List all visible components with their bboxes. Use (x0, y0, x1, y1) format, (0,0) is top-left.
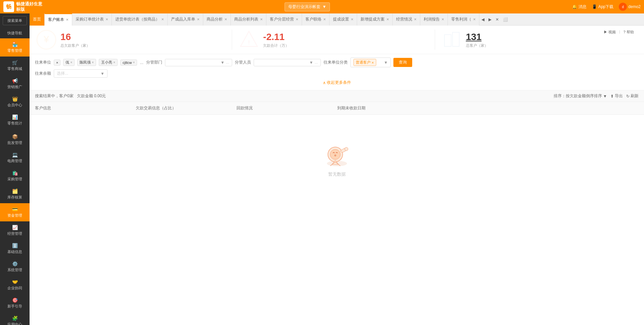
unit-label: 往来单位 (35, 60, 51, 65)
col-header-date: 到期未收款日期 (337, 105, 639, 111)
sidebar-item-operations[interactable]: 📈 经营管理 (0, 221, 30, 240)
sort-dropdown[interactable]: 排序：按欠款金额倒序排序 ▼ (554, 93, 607, 99)
col-header-customer: 客户信息 (35, 105, 136, 111)
tab-customer-tier[interactable]: 客户分层经营 ✕ (266, 13, 302, 26)
stat-debt-total-info: -2.11 欠款合计（万） (263, 32, 289, 48)
close-tab-10[interactable]: ✕ (386, 17, 389, 21)
top-bar-right: 🔔 消息 📱 App下载 d demo2 (572, 3, 641, 11)
dept-dropdown[interactable]: ▼ … (165, 59, 232, 66)
tab-product-analysis[interactable]: 商品分析 ✕ (203, 13, 231, 26)
close-tab-9[interactable]: ✕ (351, 17, 353, 21)
sidebar-item-basic-info[interactable]: ℹ️ 基础信息 (0, 240, 30, 258)
export-icon: ⬆ (610, 94, 614, 99)
remove-tag-wa[interactable]: × (70, 61, 72, 64)
stat-total-customers: ▶ 视频 | ? 帮助 (435, 30, 637, 50)
remove-tag-chen[interactable]: × (92, 61, 94, 64)
sidebar-item-app-center[interactable]: 🧩 应用中心 (0, 312, 30, 325)
sidebar-item-system[interactable]: ⚙️ 系统管理 (0, 258, 30, 276)
stat-debt-customers: ¥ 16 总欠款客户（家） (36, 30, 232, 50)
tab-product-analysis-list[interactable]: 商品分析列表 ✕ (231, 13, 266, 26)
close-tab-8[interactable]: ✕ (323, 17, 326, 21)
remove-tag-cjttcw[interactable]: × (133, 61, 135, 64)
sidebar-item-purchase[interactable]: 🛍️ 采购管理 (0, 167, 30, 185)
tab-retail-profit[interactable]: 零售利润（ ✕ (448, 13, 479, 26)
chevron-down-icon-2: ▼ (309, 60, 313, 65)
sidebar-item-retail-stats[interactable]: 📊 零售统计 (0, 111, 30, 129)
query-button[interactable]: 查询 (393, 58, 412, 67)
close-tab-11[interactable]: ✕ (414, 17, 417, 21)
sidebar-item-retail-mall[interactable]: 🛒 零售商城 (0, 57, 30, 75)
tab-maximize[interactable]: ⬜ (501, 17, 510, 22)
remove-unit-class-tag[interactable]: × (372, 61, 374, 65)
sidebar-item-inventory[interactable]: 🗂️ 库存核算 (0, 185, 30, 203)
tab-add-commission[interactable]: 新增提成方案 ✕ (357, 13, 393, 26)
stat-total-customers-info: 131 总客户（家） (466, 32, 488, 48)
balance-dropdown[interactable]: 选择... ▼ (54, 69, 108, 78)
tab-business-situation[interactable]: 经营情况 ✕ (393, 13, 420, 26)
marketing-icon: 📢 (12, 78, 18, 83)
filter-area: 往来单位 × 佤 × 陈民强 × 王小亮 (30, 54, 644, 91)
stat-debt-total-number: -2.11 (263, 32, 289, 42)
tab-finished-goods[interactable]: 产成品入库单 ✕ (168, 13, 203, 26)
sidebar-item-marketing[interactable]: 📢 营销推广 (0, 75, 30, 93)
page-content: ¥ 16 总欠款客户（家） ! (30, 26, 644, 325)
sidebar-search-area: 搜索菜单 (0, 13, 30, 28)
remove-tag-wang[interactable]: × (113, 61, 115, 64)
search-menu-button[interactable]: 搜索菜单 (3, 16, 27, 25)
table-header: 客户信息 欠款交易信息（占比） 回款情况 到期未收款日期 (30, 102, 644, 115)
more-tags-button[interactable]: … (140, 61, 143, 65)
tab-home[interactable]: 首页 (30, 13, 45, 26)
app-center-icon: 🧩 (12, 316, 18, 321)
export-button[interactable]: ⬆ 导出 (610, 93, 623, 99)
close-tab-6[interactable]: ✕ (260, 17, 263, 21)
filter-tag-wang: 王小亮 × (99, 59, 118, 66)
close-tab-3[interactable]: ✕ (161, 17, 164, 21)
sidebar-item-member-center[interactable]: 👑 会员中心 (0, 93, 30, 111)
tab-purchase-stats-by-product[interactable]: 进货单统计表（按商品） ✕ (112, 13, 168, 26)
tab-scroll-right[interactable]: ▶ (486, 17, 493, 22)
close-tab-12[interactable]: ✕ (441, 17, 444, 21)
sidebar-item-ecommerce[interactable]: 💻 电商管理 (0, 149, 30, 167)
video-button[interactable]: ▶ 视频 (604, 30, 616, 35)
collapse-button[interactable]: ∧ 收起更多条件 (323, 80, 351, 85)
tab-profit-report[interactable]: 利润报告 ✕ (420, 13, 448, 26)
person-dropdown[interactable]: ▼ … (254, 59, 321, 66)
close-tab-4[interactable]: ✕ (197, 17, 200, 21)
message-button[interactable]: 🔔 消息 (572, 4, 587, 10)
tab-customer-contact[interactable]: 客户联络 ✕ (302, 13, 330, 26)
tab-purchase-order-stats[interactable]: 采购订单统计表 ✕ (72, 13, 112, 26)
svg-rect-4 (444, 35, 451, 46)
sidebar-item-collab[interactable]: 🤝 企业协同 (0, 276, 30, 294)
filter-row-1: 往来单位 × 佤 × 陈民强 × 王小亮 (35, 58, 639, 67)
user-button[interactable]: d demo2 (619, 3, 641, 11)
tab-scroll-left[interactable]: ◀ (479, 17, 486, 22)
unit-class-tag: 普通客户 × (353, 59, 376, 66)
sidebar-item-finance[interactable]: 💳 资金管理 (0, 203, 30, 221)
sidebar-item-newbie[interactable]: 🎯 新手引导 (0, 294, 30, 312)
refresh-button[interactable]: ↻ 刷新 (626, 93, 639, 99)
sidebar-item-wholesale[interactable]: 📦 批发管理 (0, 131, 30, 149)
chevron-down-icon: ▼ (323, 4, 327, 9)
quick-nav-button[interactable]: 快捷导航 (0, 28, 30, 38)
close-tab-2[interactable]: ✕ (105, 17, 108, 21)
close-tab-7[interactable]: ✕ (296, 17, 298, 21)
stats-icon: 📊 (12, 114, 18, 120)
logo-icon: 畅 (3, 1, 14, 12)
close-tab-1[interactable]: ✕ (66, 18, 69, 22)
close-tab-13[interactable]: ✕ (473, 17, 476, 21)
chevron-down-icon: ▼ (220, 60, 224, 65)
tab-close-all[interactable]: ✕ (493, 17, 501, 22)
balance-label: 往来余额 (35, 71, 51, 76)
tab-commission-settings[interactable]: 提成设置 ✕ (330, 13, 357, 26)
help-button[interactable]: ? 帮助 (624, 30, 634, 35)
sidebar-item-retail-management[interactable]: 🏪 零售管理 (0, 38, 30, 57)
app-download-button[interactable]: 📱 App下载 (592, 4, 613, 10)
dept-label: 分管部门 (146, 60, 162, 65)
filter-tag-unit-all: × (54, 60, 60, 66)
profile-selector[interactable]: 母婴行业演示帐套 ▼ (285, 2, 330, 11)
stats-bar: ¥ 16 总欠款客户（家） ! (30, 26, 644, 54)
tab-customer-account[interactable]: 客户账本 ✕ (45, 13, 72, 26)
unit-class-dropdown[interactable]: 普通客户 × ▼ (350, 58, 391, 67)
col-header-repay: 回款情况 (237, 105, 337, 111)
close-tab-5[interactable]: ✕ (224, 17, 227, 21)
